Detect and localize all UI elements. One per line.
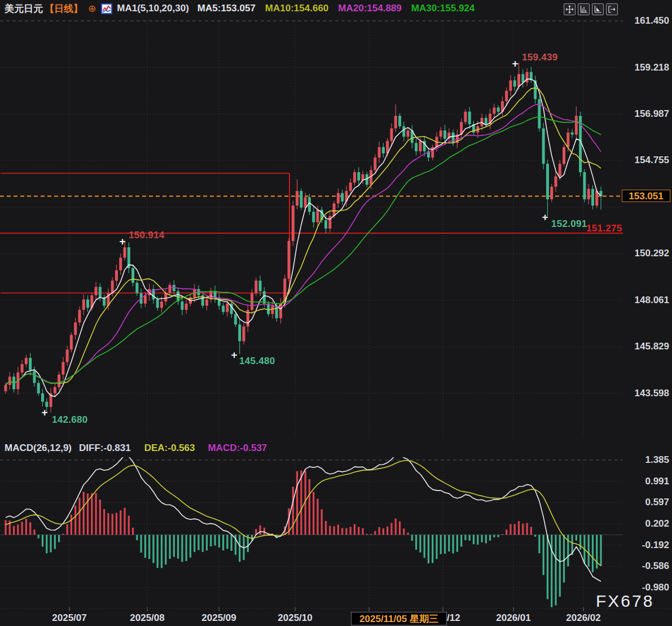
price-annotation: 152.091: [551, 218, 587, 230]
chart-type-icon[interactable]: [101, 3, 112, 14]
annotation-cross-marker: +: [119, 236, 125, 247]
macd-axis-label: 0.202: [623, 518, 669, 529]
price-annotation: 159.439: [522, 52, 558, 63]
ma10-value: MA10:154.660: [265, 3, 328, 14]
annotation-cross-marker: +: [231, 349, 237, 360]
pop-out-icon: [608, 5, 616, 14]
macd-title: MACD(26,12,9): [5, 443, 72, 454]
annotation-cross-marker: +: [41, 407, 47, 418]
x-axis-label: 2025/08: [120, 612, 174, 624]
last-price-tag: 153.051: [622, 190, 670, 202]
y-axis-label: 159.218: [623, 62, 669, 73]
add-indicator-icon[interactable]: ⊕: [88, 4, 96, 14]
y-axis-label: 150.292: [623, 248, 669, 259]
y-axis-scale-icon: [579, 5, 588, 14]
price-annotation: 142.680: [52, 414, 88, 426]
trading-chart-window: 美元日元 【日线】 ⊕ MA1(5,10,20,30) MA5:153.057 …: [0, 0, 672, 626]
pop-out-button[interactable]: [606, 3, 618, 15]
y-axis-label: 145.829: [623, 341, 669, 352]
annotation-cross-marker: +: [512, 58, 518, 69]
symbol-title: 美元日元: [5, 2, 43, 15]
annotation-cross-marker: +: [542, 212, 548, 222]
x-axis-label: 2026/02: [556, 612, 610, 624]
period-label[interactable]: 【日线】: [45, 2, 83, 15]
y-axis-label: 148.061: [623, 295, 669, 306]
ma20-value: MA20:154.889: [338, 3, 401, 14]
macd-axis-label: 0.597: [623, 497, 669, 508]
y-axis-label: 154.755: [623, 155, 669, 166]
y-axis-scale-button[interactable]: [578, 3, 590, 15]
x-axis-label: 2025/10: [268, 612, 322, 624]
pan-move-icon: [565, 5, 574, 14]
macd-value: MACD:-0.537: [208, 443, 267, 454]
macd-legend: MACD(26,12,9) DIFF:-0.831 DEA:-0.563 MAC…: [0, 443, 267, 454]
watermark-logo: FX678: [596, 592, 654, 611]
chart-canvas[interactable]: [0, 0, 672, 626]
ma5-value: MA5:153.057: [197, 3, 256, 14]
x-axis-scale-button[interactable]: [592, 3, 604, 15]
price-annotation: 145.480: [239, 356, 275, 367]
chart-toolbar: [564, 3, 618, 15]
x-axis-label: 2026/01: [486, 612, 541, 624]
x-axis-label: 2025/09: [192, 612, 246, 624]
diff-value: DIFF:-0.831: [79, 443, 131, 454]
date-tooltip: 2025/11/05 星期三: [351, 612, 447, 625]
price-annotation: 150.914: [129, 230, 165, 241]
y-axis-label: 161.450: [623, 15, 669, 27]
x-axis-scale-icon: [594, 5, 602, 14]
x-axis-label: 2025/07: [42, 612, 96, 624]
macd-axis-label: 1.385: [623, 454, 669, 466]
macd-axis-label: -0.586: [623, 561, 669, 572]
price-annotation: 151.275: [586, 223, 622, 234]
macd-axis-label: 0.991: [623, 476, 669, 487]
y-axis-label: 156.987: [623, 108, 669, 120]
macd-axis-label: -0.192: [623, 540, 669, 551]
ma30-value: MA30:155.924: [411, 3, 475, 14]
pan-move-button[interactable]: [564, 3, 576, 15]
y-axis-label: 143.598: [623, 388, 669, 399]
ma-settings-label: MA1(5,10,20,30): [117, 3, 189, 14]
dea-value: DEA:-0.563: [144, 443, 195, 454]
